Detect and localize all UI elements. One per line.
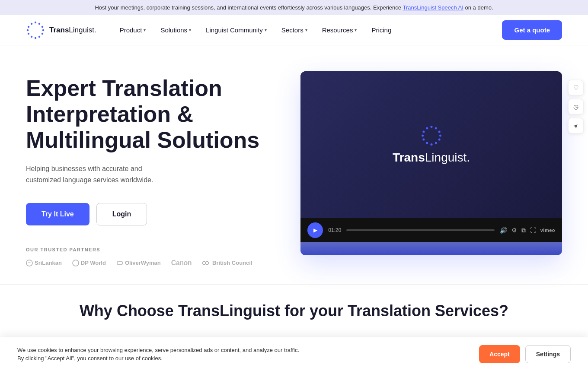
- svg-point-15: [203, 261, 206, 264]
- hero-left: Expert Translation Interpretation & Mult…: [26, 71, 283, 267]
- britishcouncil-icon: [202, 260, 211, 266]
- logo-icon: [26, 21, 45, 40]
- play-button[interactable]: ▶: [307, 222, 323, 238]
- svg-point-21: [438, 139, 440, 141]
- video-brand-text: TransLinguist.: [393, 151, 470, 165]
- svg-point-26: [422, 135, 424, 137]
- chevron-down-icon: ▾: [265, 28, 267, 32]
- svg-point-19: [438, 130, 440, 133]
- get-quote-button[interactable]: Get a quote: [502, 20, 562, 40]
- partners-logos: SriLankan DP World OliverWyman Canon: [26, 259, 283, 267]
- svg-point-23: [430, 143, 432, 146]
- video-bottom-bar: [300, 242, 562, 255]
- top-banner: Host your meetings, corporate training s…: [0, 0, 588, 15]
- video-brand-dots-icon: [421, 125, 442, 146]
- svg-point-6: [35, 37, 36, 38]
- nav-links: Product ▾ Solutions ▾ Linguist Community…: [114, 23, 502, 37]
- video-control-icons: 🔊 ⚙ ⧉ ⛶ vimeo: [500, 227, 555, 234]
- cookie-banner: We use cookies to enhance your browsing …: [0, 337, 588, 346]
- svg-point-16: [206, 261, 209, 264]
- svg-rect-14: [117, 262, 122, 264]
- cookie-settings-button[interactable]: Settings: [525, 345, 571, 346]
- partner-logo-canon: Canon: [171, 259, 192, 267]
- heart-icon: ♡: [573, 84, 579, 91]
- chevron-down-icon: ▾: [189, 28, 191, 32]
- hero-right: TransLinguist. ▶ 01:20 🔊 ⚙ ⧉ ⛶ vimeo: [300, 71, 562, 255]
- nav-cta-area: Get a quote: [502, 20, 562, 40]
- settings-icon[interactable]: ⚙: [511, 227, 517, 234]
- chevron-down-icon: ▾: [305, 28, 307, 32]
- svg-point-0: [35, 21, 36, 23]
- play-icon: ▶: [313, 227, 317, 233]
- side-icons: ♡ ◷ ➤: [568, 80, 584, 133]
- svg-point-11: [31, 22, 32, 24]
- hero-buttons: Try It Live Login: [26, 203, 283, 225]
- svg-point-27: [422, 130, 425, 133]
- dpworld-icon: [72, 260, 79, 266]
- svg-point-24: [426, 142, 428, 144]
- share-button[interactable]: ➤: [568, 118, 584, 133]
- svg-point-12: [26, 260, 32, 266]
- nav-item-pricing[interactable]: Pricing: [365, 23, 397, 37]
- banner-text-before: Host your meetings, corporate training s…: [95, 4, 401, 11]
- banner-text-after: on a demo.: [465, 4, 493, 11]
- srilankan-icon: [26, 260, 33, 266]
- logo-text: TransLinguist.: [49, 26, 96, 35]
- svg-point-4: [42, 32, 43, 34]
- heart-button[interactable]: ♡: [568, 80, 584, 95]
- navbar: TransLinguist. Product ▾ Solutions ▾ Lin…: [0, 15, 588, 45]
- video-controls: ▶ 01:20 🔊 ⚙ ⧉ ⛶ vimeo: [300, 218, 562, 242]
- nav-item-sectors[interactable]: Sectors ▾: [275, 23, 313, 37]
- oliverwyman-icon: [116, 260, 123, 266]
- hero-subtitle: Helping businesses with accurate and cus…: [26, 163, 173, 185]
- partner-logo-srilankan: SriLankan: [26, 260, 62, 266]
- partner-logo-oliverwyman: OliverWyman: [116, 260, 161, 266]
- svg-point-1: [38, 22, 40, 24]
- svg-point-18: [435, 127, 437, 129]
- svg-point-3: [42, 29, 44, 31]
- logo-link[interactable]: TransLinguist.: [26, 21, 96, 40]
- hero-section: Expert Translation Interpretation & Mult…: [0, 45, 588, 284]
- picture-in-picture-icon[interactable]: ⧉: [521, 227, 526, 234]
- nav-item-linguist-community[interactable]: Linguist Community ▾: [200, 23, 273, 37]
- try-live-button[interactable]: Try It Live: [26, 203, 89, 225]
- banner-link[interactable]: TransLinguist Speech AI: [403, 4, 463, 11]
- video-container: TransLinguist. ▶ 01:20 🔊 ⚙ ⧉ ⛶ vimeo: [300, 71, 562, 255]
- logo-text-light: Linguist.: [69, 26, 96, 34]
- accept-button[interactable]: Accept: [479, 345, 520, 346]
- svg-point-5: [38, 35, 40, 37]
- svg-point-8: [28, 32, 29, 34]
- logo-text-bold: Trans: [49, 26, 69, 34]
- video-brand: TransLinguist.: [393, 125, 470, 165]
- svg-point-13: [73, 260, 79, 266]
- clock-icon: ◷: [573, 103, 578, 110]
- svg-point-9: [27, 29, 29, 31]
- svg-point-17: [430, 126, 432, 128]
- svg-point-28: [426, 127, 428, 129]
- nav-item-resources[interactable]: Resources ▾: [316, 23, 363, 37]
- clock-button[interactable]: ◷: [568, 99, 584, 114]
- svg-point-25: [422, 139, 425, 141]
- nav-item-product[interactable]: Product ▾: [114, 23, 152, 37]
- svg-point-2: [42, 25, 43, 27]
- chevron-down-icon: ▾: [144, 28, 146, 32]
- section-heading-preview: Why Choose TransLinguist for your Transl…: [26, 293, 562, 329]
- svg-point-20: [439, 135, 441, 137]
- cookie-buttons: Accept Settings: [479, 345, 571, 346]
- partners-label: OUR TRUSTED PARTNERS: [26, 247, 283, 252]
- vimeo-logo: vimeo: [540, 228, 555, 233]
- chevron-down-icon: ▾: [355, 28, 357, 32]
- svg-point-7: [31, 35, 32, 37]
- partner-logo-britishcouncil: British Council: [202, 260, 252, 266]
- hero-title: Expert Translation Interpretation & Mult…: [26, 76, 283, 153]
- video-timestamp: 01:20: [328, 227, 341, 233]
- volume-icon[interactable]: 🔊: [500, 227, 507, 234]
- svg-point-10: [28, 25, 29, 27]
- svg-point-22: [435, 142, 437, 144]
- login-button[interactable]: Login: [96, 203, 147, 225]
- fullscreen-icon[interactable]: ⛶: [530, 227, 536, 234]
- partner-logo-dpworld: DP World: [72, 260, 106, 266]
- video-placeholder: TransLinguist.: [300, 71, 562, 218]
- video-progress-bar[interactable]: [346, 229, 494, 231]
- nav-item-solutions[interactable]: Solutions ▾: [154, 23, 197, 37]
